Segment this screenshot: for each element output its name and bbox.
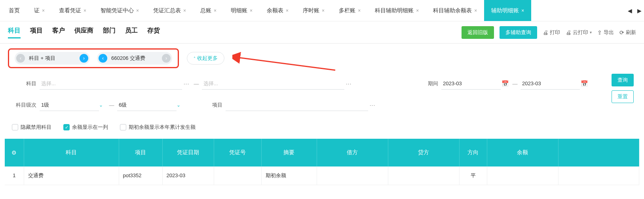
close-icon[interactable]: × [358, 8, 361, 13]
pill-label: 科目 + 项目 [25, 55, 80, 62]
tab-multicolumn-ledger[interactable]: 多栏账 × [332, 0, 368, 21]
col-project[interactable]: 项目 [119, 139, 162, 166]
col-summary[interactable]: 摘要 [261, 139, 317, 166]
chevron-right-icon[interactable]: › [80, 54, 88, 63]
refresh-button[interactable]: ⟳ 刷新 [619, 29, 636, 36]
sub-toolbar-row: 科目 项目 客户 供应商 部门 员工 存货 返回旧版 多辅助查询 🖨 打印 🖨 … [0, 21, 644, 44]
project-input[interactable] [226, 99, 368, 111]
col-voucherno[interactable]: 凭证号 [214, 139, 261, 166]
collapse-more-button[interactable]: ˄ 收起更多 [187, 52, 224, 65]
close-icon[interactable]: × [521, 8, 524, 13]
opening-cumulative-checkbox[interactable]: 期初余额显示本年累计发生额 [120, 124, 196, 131]
range-dash: — [191, 81, 202, 87]
chevron-left-icon[interactable]: ‹ [16, 54, 25, 63]
tab-home[interactable]: 首页 [2, 0, 27, 21]
tab-assist-detail-ledger[interactable]: 辅助明细账 × [484, 0, 531, 21]
subject-to-input[interactable] [202, 78, 344, 90]
filter-pill-row: ‹ 科目 + 项目 › ‹ 660206 交通费 › ˄ 收起更多 [0, 44, 644, 71]
cell-summary: 期初余额 [261, 166, 317, 185]
tab-label: 总账 [200, 7, 211, 14]
close-icon[interactable]: × [214, 8, 217, 13]
cell-extra [558, 166, 639, 185]
subtab-inventory[interactable]: 存货 [147, 27, 160, 38]
close-icon[interactable]: × [183, 8, 186, 13]
pill-label: 660206 交通费 [107, 55, 162, 62]
close-icon[interactable]: × [84, 8, 86, 13]
reset-button[interactable]: 重置 [612, 90, 634, 103]
tab-label: 序时账 [303, 7, 319, 14]
tab-scroll-left[interactable]: ◀ [625, 0, 635, 21]
subtab-subject[interactable]: 科目 [8, 27, 21, 38]
subtab-project[interactable]: 项目 [30, 27, 43, 38]
tab-voucher[interactable]: 证 × [27, 0, 52, 21]
col-debit[interactable]: 借方 [317, 139, 388, 166]
more-icon[interactable]: ··· [182, 80, 191, 87]
subtab-employee[interactable]: 员工 [125, 27, 138, 38]
tab-detail-ledger[interactable]: 明细账 × [224, 0, 260, 21]
tab-general-ledger[interactable]: 总账 × [193, 0, 224, 21]
project-label: 项目 [207, 101, 226, 109]
chevron-down-icon[interactable]: ⌄ [99, 102, 106, 108]
print-button[interactable]: 🖨 打印 [543, 29, 560, 36]
tab-scroll-right[interactable]: ▶ [635, 0, 644, 21]
subtab-department[interactable]: 部门 [103, 27, 116, 38]
subject-label: 科目 [12, 80, 40, 87]
export-icon: ⇪ [597, 29, 602, 36]
calendar-icon[interactable]: 📅 [580, 80, 589, 87]
back-old-button[interactable]: 返回旧版 [462, 26, 494, 39]
more-icon[interactable]: ··· [344, 80, 353, 87]
tab-view-voucher[interactable]: 查看凭证 × [52, 0, 93, 21]
col-direction[interactable]: 方向 [459, 139, 487, 166]
col-subject[interactable]: 科目 [24, 139, 119, 166]
tab-label: 凭证汇总表 [153, 7, 181, 14]
col-balance[interactable]: 余额 [487, 139, 558, 166]
query-button[interactable]: 查询 [612, 74, 634, 86]
table-row[interactable]: 1 交通费 pot3352 2023-03 期初余额 平 [5, 166, 639, 185]
more-icon[interactable]: ··· [368, 102, 377, 108]
subject-code-pill[interactable]: ‹ 660206 交通费 › [97, 52, 172, 65]
multi-assist-button[interactable]: 多辅助查询 [500, 26, 537, 39]
cloud-print-button[interactable]: 🖨 云打印 ▾ [566, 29, 592, 36]
col-credit[interactable]: 贷方 [388, 139, 459, 166]
period-to-input[interactable] [521, 78, 580, 90]
cell-debit [317, 166, 388, 185]
subject-project-pill[interactable]: ‹ 科目 + 项目 › [15, 52, 90, 65]
top-tab-strip: 首页 证 × 查看凭证 × 智能凭证中心 × 凭证汇总表 × 总账 × 明细账 … [0, 0, 644, 21]
tab-subject-assist-balance[interactable]: 科目辅助余额表 × [426, 0, 484, 21]
gear-column-header[interactable]: ⚙ [5, 139, 24, 166]
close-icon[interactable]: × [474, 8, 477, 13]
level-from-select[interactable] [40, 99, 99, 111]
hide-disabled-checkbox[interactable]: 隐藏禁用科目 [12, 124, 51, 131]
cell-subject: 交通费 [24, 166, 119, 185]
col-date[interactable]: 凭证日期 [162, 139, 214, 166]
refresh-icon: ⟳ [619, 29, 624, 36]
subject-from-input[interactable] [40, 78, 182, 90]
balance-one-col-checkbox[interactable]: ✓ 余额显示在一列 [63, 124, 108, 131]
export-button[interactable]: ⇪ 导出 [597, 29, 614, 36]
tab-subject-assist-detail[interactable]: 科目辅助明细账 × [368, 0, 426, 21]
period-from-input[interactable] [441, 78, 501, 90]
checkbox-icon [12, 124, 18, 130]
chevron-left-icon[interactable]: ‹ [99, 54, 107, 63]
tab-balance-sheet[interactable]: 余额表 × [260, 0, 296, 21]
subtab-supplier[interactable]: 供应商 [74, 27, 93, 38]
form-actions: 查询 重置 [612, 74, 634, 103]
chevron-right-icon[interactable]: › [162, 54, 171, 63]
level-to-select[interactable] [117, 99, 177, 111]
close-icon[interactable]: × [322, 8, 325, 13]
close-icon[interactable]: × [250, 8, 253, 13]
close-icon[interactable]: × [416, 8, 419, 13]
calendar-icon[interactable]: 📅 [501, 80, 509, 87]
cell-balance [487, 166, 558, 185]
subtab-customer[interactable]: 客户 [52, 27, 65, 38]
tab-journal-ledger[interactable]: 序时账 × [296, 0, 332, 21]
cell-index: 1 [5, 166, 24, 185]
tab-smart-voucher-center[interactable]: 智能凭证中心 × [93, 0, 146, 21]
chevron-down-icon[interactable]: ⌄ [177, 102, 184, 108]
close-icon[interactable]: × [42, 8, 45, 13]
tab-label: 智能凭证中心 [101, 7, 134, 14]
tab-voucher-summary[interactable]: 凭证汇总表 × [146, 0, 193, 21]
close-icon[interactable]: × [136, 8, 139, 13]
range-dash: — [106, 102, 117, 108]
close-icon[interactable]: × [286, 8, 289, 13]
